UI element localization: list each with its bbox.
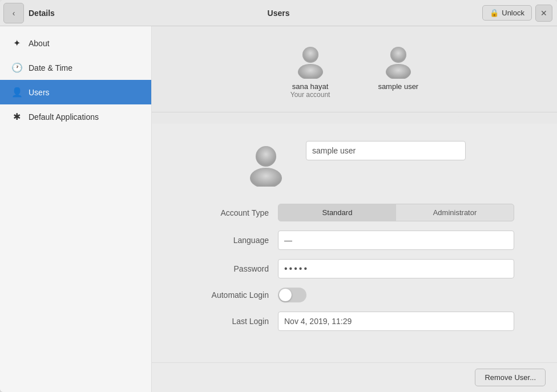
language-control <box>278 231 514 250</box>
svg-point-7 <box>250 168 282 187</box>
user-name-sana-hayat: sana hayat <box>292 82 329 91</box>
last-login-row: Last Login <box>195 312 514 331</box>
account-type-standard-button[interactable]: Standard <box>278 204 396 221</box>
account-type-toggle: Standard Administrator <box>278 204 514 221</box>
remove-user-button[interactable]: Remove User... <box>475 369 546 386</box>
avatar-sana-hayat <box>292 42 329 79</box>
language-input[interactable] <box>278 231 514 250</box>
titlebar-controls: 🔒 Unlock ✕ <box>482 5 552 22</box>
avatar-sample-user <box>380 42 417 79</box>
sidebar-item-default-applications[interactable]: ✱ Default Applications <box>0 104 151 129</box>
language-row: Language <box>195 231 514 250</box>
user-detail-top <box>175 141 534 187</box>
user-detail: Account Type Standard Administrator Lang… <box>152 124 557 362</box>
last-login-control <box>278 312 514 331</box>
main-content: ✦ About 🕐 Date & Time 👤 Users ✱ Default … <box>0 26 557 392</box>
bottom-bar: Remove User... <box>152 362 557 392</box>
account-type-row: Account Type Standard Administrator <box>195 204 514 221</box>
unlock-label: Unlock <box>502 9 524 17</box>
user-card-sana-hayat[interactable]: sana hayat Your account <box>284 38 337 103</box>
indicator-row <box>152 112 557 124</box>
sidebar-item-about[interactable]: ✦ About <box>0 31 151 55</box>
svg-point-0 <box>302 47 318 63</box>
password-row: Password <box>195 259 514 278</box>
password-label: Password <box>195 264 269 273</box>
unlock-button[interactable]: 🔒 Unlock <box>482 5 532 21</box>
last-login-input[interactable] <box>278 312 514 331</box>
sidebar-item-date-time[interactable]: 🕐 Date & Time <box>0 55 151 80</box>
detail-avatar <box>243 141 289 187</box>
user-subtitle-sana-hayat: Your account <box>290 91 330 99</box>
sidebar-item-date-time-label: Date & Time <box>29 63 72 72</box>
language-label: Language <box>195 236 269 245</box>
close-button[interactable]: ✕ <box>535 5 552 22</box>
sidebar-item-users[interactable]: 👤 Users <box>0 80 151 104</box>
user-selector: sana hayat Your account <box>152 26 557 112</box>
form-fields: Account Type Standard Administrator Lang… <box>195 204 514 331</box>
username-input[interactable] <box>306 141 466 160</box>
account-type-administrator-button[interactable]: Administrator <box>396 204 514 221</box>
user-card-sample-user[interactable]: sample user <box>371 38 425 103</box>
automatic-login-toggle[interactable] <box>278 288 306 302</box>
account-type-control: Standard Administrator <box>278 204 514 221</box>
clock-icon: 🕐 <box>11 62 22 73</box>
sidebar: ✦ About 🕐 Date & Time 👤 Users ✱ Default … <box>0 26 152 392</box>
main-window: ‹ Details Users 🔒 Unlock ✕ ✦ About 🕐 Dat… <box>0 0 557 392</box>
apps-icon: ✱ <box>11 111 22 122</box>
password-input[interactable] <box>278 259 514 278</box>
svg-point-1 <box>298 64 323 79</box>
svg-point-3 <box>390 47 406 63</box>
right-panel: sana hayat Your account <box>152 26 557 392</box>
automatic-login-control <box>278 288 514 302</box>
section-title: Details <box>29 9 55 18</box>
lock-icon: 🔒 <box>490 9 499 17</box>
titlebar: ‹ Details Users 🔒 Unlock ✕ <box>0 0 557 26</box>
user-name-sample-user: sample user <box>378 82 418 91</box>
indicator-triangle <box>446 112 462 123</box>
main-title: Users <box>268 9 290 18</box>
sidebar-item-users-label: Users <box>29 88 50 97</box>
automatic-login-label: Automatic Login <box>195 290 269 300</box>
password-control <box>278 259 514 278</box>
automatic-login-row: Automatic Login <box>195 288 514 302</box>
sidebar-item-about-label: About <box>29 39 50 48</box>
sidebar-item-default-applications-label: Default Applications <box>29 112 99 122</box>
about-icon: ✦ <box>11 38 22 49</box>
account-type-label: Account Type <box>195 208 269 217</box>
svg-point-4 <box>386 64 411 79</box>
svg-point-6 <box>256 146 276 167</box>
last-login-label: Last Login <box>195 317 269 326</box>
user-icon: 👤 <box>11 87 22 98</box>
back-button[interactable]: ‹ <box>3 3 24 23</box>
